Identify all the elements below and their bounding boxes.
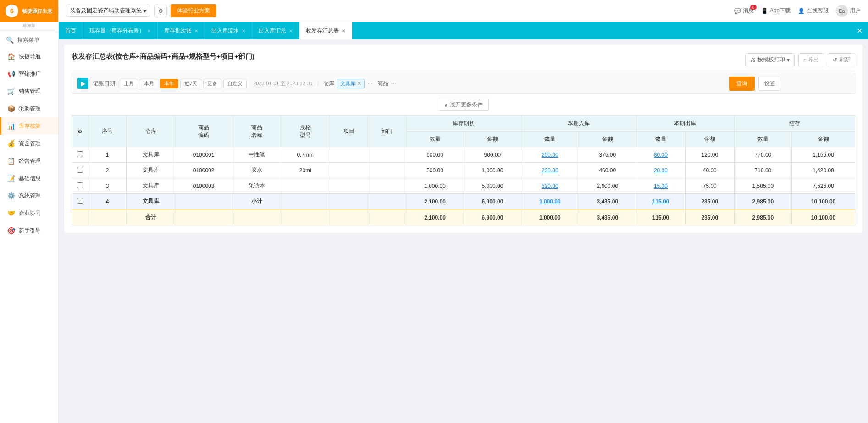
sidebar-item-operations[interactable]: 📋 经营管理 bbox=[0, 152, 58, 170]
sidebar-item-inventory[interactable]: 📊 库存核算 bbox=[0, 117, 58, 135]
tab-recv-send-summary[interactable]: 收发存汇总表 ✕ bbox=[299, 22, 352, 39]
operations-icon: 📋 bbox=[7, 157, 15, 165]
td-check[interactable] bbox=[72, 147, 88, 163]
export-btn[interactable]: ↑ 导出 bbox=[798, 53, 824, 66]
export-icon: ↑ bbox=[803, 57, 806, 63]
messages-badge: 6 bbox=[750, 5, 757, 10]
refresh-btn[interactable]: ↺ 刷新 bbox=[828, 53, 855, 66]
td-open-qty: 2,100.00 bbox=[406, 194, 464, 210]
date-btn-more[interactable]: 更多 bbox=[203, 79, 221, 88]
filter-toggle-btn[interactable]: ▶ bbox=[77, 78, 88, 89]
messages-btn[interactable]: 💬 消息 6 bbox=[734, 7, 754, 15]
avatar: Ea bbox=[836, 5, 848, 17]
sidebar-item-quick-nav[interactable]: 🏠 快捷导航 bbox=[0, 48, 58, 65]
td-bal-qty: 710.00 bbox=[734, 163, 791, 178]
expand-more-btn[interactable]: ∨ 展开更多条件 bbox=[438, 99, 489, 111]
date-btn-last-month[interactable]: 上月 bbox=[120, 79, 138, 88]
tab-close-icon[interactable]: ✕ bbox=[289, 28, 293, 33]
td-name: 胶水 bbox=[232, 163, 281, 178]
tab-inout-summary[interactable]: 出入库汇总 ✕ bbox=[252, 22, 299, 39]
tab-home[interactable]: 首页 bbox=[59, 22, 83, 39]
date-btn-this-year[interactable]: 本年 bbox=[160, 79, 178, 88]
td-check[interactable] bbox=[72, 163, 88, 178]
sidebar-item-system[interactable]: ⚙️ 系统管理 bbox=[0, 187, 58, 204]
online-service-btn[interactable]: 👤 在线客服 bbox=[798, 7, 829, 15]
user-menu-btn[interactable]: Ea 用户 bbox=[836, 5, 861, 17]
close-all-tabs-btn[interactable]: ✕ bbox=[851, 22, 868, 39]
sidebar-item-label: 基础信息 bbox=[19, 175, 41, 182]
td-bal-qty: 770.00 bbox=[734, 147, 791, 163]
td-in-amt: 3,435.00 bbox=[579, 194, 636, 210]
td-check[interactable] bbox=[72, 178, 88, 194]
td-in-qty[interactable]: 1,000.00 bbox=[521, 194, 579, 210]
sidebar-item-label: 经营管理 bbox=[19, 157, 41, 165]
chevron-down-icon: ∨ bbox=[444, 102, 448, 108]
column-settings-btn[interactable]: 设置 bbox=[758, 77, 781, 91]
td-out-qty[interactable]: 115.00 bbox=[636, 194, 685, 210]
sidebar-item-sales[interactable]: 🛒 销售管理 bbox=[0, 82, 58, 100]
query-btn[interactable]: 查询 bbox=[729, 77, 755, 91]
tab-inventory-dist[interactable]: 现存量（库存分布表） ✕ bbox=[83, 22, 158, 39]
data-table: ⚙ 序号 仓库 商品编码 商品名称 规格型号 项目 部门 库存期初 本期入库 本… bbox=[72, 115, 855, 225]
refresh-icon: ↺ bbox=[833, 57, 837, 63]
tab-inout-flow[interactable]: 出入库流水 ✕ bbox=[205, 22, 252, 39]
td-in-qty[interactable]: 230.00 bbox=[521, 163, 579, 178]
td-in-qty[interactable]: 250.00 bbox=[521, 147, 579, 163]
sidebar-item-search[interactable]: 🔍 搜索菜单 bbox=[0, 32, 58, 48]
warehouse-dots-btn[interactable]: ··· bbox=[367, 80, 373, 87]
footer-open-qty: 2,100.00 bbox=[406, 209, 464, 225]
td-check[interactable] bbox=[72, 194, 88, 210]
td-warehouse: 文具库 bbox=[127, 194, 175, 210]
tab-close-icon[interactable]: ✕ bbox=[342, 28, 345, 33]
goods-dots-btn[interactable]: ··· bbox=[391, 80, 397, 87]
td-dept bbox=[368, 147, 406, 163]
content-area: 收发存汇总表(按仓库+商品编码+商品+规格型号+项目+部门) 🖨 按模板打印 ▾… bbox=[59, 39, 868, 423]
th-bal-amt: 金额 bbox=[792, 132, 855, 147]
sidebar-item-label: 销售管理 bbox=[19, 88, 41, 95]
logo-icon: 6 bbox=[6, 5, 18, 17]
tab-batch-ledger[interactable]: 库存批次账 ✕ bbox=[158, 22, 205, 39]
td-in-amt: 460.00 bbox=[579, 163, 636, 178]
date-btn-this-month[interactable]: 本月 bbox=[140, 79, 158, 88]
sidebar-item-guide[interactable]: 🎯 新手引导 bbox=[0, 222, 58, 239]
sidebar-item-enterprise[interactable]: 🤝 企业协同 bbox=[0, 204, 58, 222]
td-code: 0100003 bbox=[175, 178, 232, 194]
date-btn-7days[interactable]: 近7天 bbox=[180, 79, 201, 88]
app-download-btn[interactable]: 📱 App下载 bbox=[761, 7, 791, 15]
settings-gear-btn[interactable]: ⚙ bbox=[154, 5, 167, 17]
th-settings[interactable]: ⚙ bbox=[72, 116, 88, 147]
sidebar-item-label: 采购管理 bbox=[19, 105, 41, 113]
td-open-qty: 1,000.00 bbox=[406, 178, 464, 194]
th-open-qty: 数量 bbox=[406, 132, 464, 147]
td-in-qty[interactable]: 520.00 bbox=[521, 178, 579, 194]
sidebar-item-label: 资金管理 bbox=[19, 140, 41, 148]
td-dept bbox=[368, 194, 406, 210]
sidebar-item-label: 库存核算 bbox=[19, 122, 41, 130]
tab-close-icon[interactable]: ✕ bbox=[147, 28, 151, 33]
sidebar-item-marketing[interactable]: 📢 营销推广 bbox=[0, 65, 58, 82]
sidebar-item-basic-info[interactable]: 📝 基础信息 bbox=[0, 170, 58, 187]
th-name: 商品名称 bbox=[232, 116, 281, 147]
sidebar-item-purchase[interactable]: 📦 采购管理 bbox=[0, 100, 58, 117]
tab-close-icon[interactable]: ✕ bbox=[242, 28, 245, 33]
footer-out-qty: 115.00 bbox=[636, 209, 685, 225]
td-out-qty[interactable]: 15.00 bbox=[636, 178, 685, 194]
tab-close-icon[interactable]: ✕ bbox=[194, 28, 198, 33]
td-out-qty[interactable]: 20.00 bbox=[636, 163, 685, 178]
td-dept bbox=[368, 178, 406, 194]
enterprise-icon: 🤝 bbox=[7, 209, 15, 217]
page-container: 收发存汇总表(按仓库+商品编码+商品+规格型号+项目+部门) 🖨 按模板打印 ▾… bbox=[64, 45, 862, 233]
sidebar-item-finance[interactable]: 💰 资金管理 bbox=[0, 135, 58, 152]
print-btn[interactable]: 🖨 按模板打印 ▾ bbox=[745, 53, 795, 66]
th-out: 本期出库 bbox=[636, 116, 734, 132]
tab-label: 收发存汇总表 bbox=[306, 27, 339, 35]
warehouse-tag-close-btn[interactable]: ✕ bbox=[357, 81, 361, 87]
trial-btn[interactable]: 体验行业方案 bbox=[171, 4, 216, 17]
topbar: 装备及固定资产辅助管理系统 ▾ ⚙ 体验行业方案 💬 消息 6 📱 App下载 … bbox=[59, 0, 868, 22]
date-btn-custom[interactable]: 自定义 bbox=[223, 79, 247, 88]
td-out-qty[interactable]: 80.00 bbox=[636, 147, 685, 163]
td-warehouse: 文具库 bbox=[127, 178, 175, 194]
sidebar: 6 畅捷通好生意 标准版 🔍 搜索菜单 🏠 快捷导航 📢 营销推广 🛒 销售管理… bbox=[0, 0, 59, 423]
footer-label: 合计 bbox=[127, 209, 175, 225]
system-dropdown[interactable]: 装备及固定资产辅助管理系统 ▾ bbox=[66, 5, 150, 17]
